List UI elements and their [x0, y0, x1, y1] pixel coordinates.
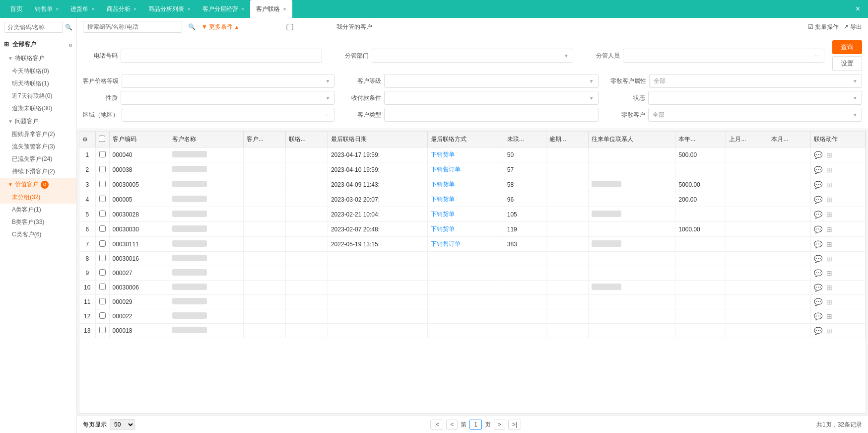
- grid-icon[interactable]: ⊞: [826, 284, 832, 291]
- row-checkbox[interactable]: [99, 284, 106, 290]
- search-input[interactable]: [83, 21, 182, 33]
- first-page-button[interactable]: |<: [430, 420, 443, 430]
- export-button[interactable]: ↗ 导出: [844, 23, 862, 31]
- grid-icon[interactable]: ⊞: [826, 211, 832, 218]
- close-icon[interactable]: ×: [241, 6, 244, 12]
- grid-icon[interactable]: ⊞: [826, 298, 832, 306]
- grid-icon[interactable]: ⊞: [826, 327, 832, 335]
- row-checkbox[interactable]: [99, 211, 106, 217]
- grid-icon[interactable]: ⊞: [826, 181, 832, 189]
- grid-icon[interactable]: ⊞: [826, 151, 832, 159]
- row-checkbox-cell[interactable]: [95, 147, 109, 162]
- sidebar-group-problem[interactable]: ▼ 问题客户: [0, 115, 76, 128]
- chat-icon[interactable]: 💬: [814, 298, 822, 306]
- sidebar-group-value[interactable]: ▼ 价值客户 ↺: [0, 178, 76, 191]
- chat-icon[interactable]: 💬: [814, 269, 822, 277]
- reset-button[interactable]: 设置: [832, 56, 862, 71]
- row-checkbox[interactable]: [99, 225, 106, 232]
- close-icon[interactable]: ×: [187, 6, 190, 12]
- close-icon[interactable]: ×: [134, 6, 136, 12]
- last-method-link[interactable]: 下销货单: [431, 211, 455, 217]
- price-level-select[interactable]: ▼: [122, 74, 334, 88]
- per-page-select[interactable]: 50 100 200: [110, 419, 135, 430]
- chat-icon[interactable]: 💬: [814, 284, 822, 291]
- row-checkbox[interactable]: [99, 327, 106, 333]
- row-checkbox[interactable]: [99, 269, 106, 276]
- row-checkbox[interactable]: [99, 166, 106, 172]
- my-customers-checkbox[interactable]: [245, 24, 334, 30]
- row-checkbox-cell[interactable]: [95, 237, 109, 252]
- sidebar-item-churned[interactable]: 已流失客户(24): [0, 153, 76, 165]
- sparse-attr-select[interactable]: 全部 ▼: [649, 74, 862, 88]
- sidebar-item-churn-warning[interactable]: 流失预警客户(3): [0, 141, 76, 153]
- sidebar-item-overdue[interactable]: 逾期未联络(30): [0, 102, 76, 115]
- row-checkbox-cell[interactable]: [95, 281, 109, 295]
- customer-type-input[interactable]: [384, 108, 598, 122]
- sidebar-item-today[interactable]: 今天待联络(0): [0, 65, 76, 77]
- sidebar-item-hoarding[interactable]: 囤购异常客户(2): [0, 128, 76, 141]
- chat-icon[interactable]: 💬: [814, 151, 822, 159]
- sidebar-item-class-c[interactable]: C类客户(6): [0, 228, 76, 241]
- select-all-checkbox[interactable]: [99, 136, 105, 142]
- row-checkbox[interactable]: [99, 196, 106, 202]
- sidebar-group-waiting[interactable]: ▼ 待联络客户: [0, 52, 76, 65]
- sidebar-item-class-a[interactable]: A类客户(1): [0, 204, 76, 216]
- chat-icon[interactable]: 💬: [814, 211, 822, 218]
- chat-icon[interactable]: 💬: [814, 240, 822, 248]
- nav-tab-purchase[interactable]: 进货单 ×: [65, 0, 100, 18]
- nav-home[interactable]: 首页: [4, 0, 29, 18]
- row-checkbox-cell[interactable]: [95, 324, 109, 338]
- row-checkbox-cell[interactable]: [95, 192, 109, 207]
- batch-operation-button[interactable]: ☑ 批量操作: [808, 23, 839, 31]
- nature-select[interactable]: ▼: [121, 91, 334, 105]
- th-checkbox[interactable]: [95, 132, 109, 147]
- close-icon[interactable]: ×: [91, 6, 94, 12]
- grid-icon[interactable]: ⊞: [826, 166, 832, 174]
- phone-input[interactable]: [121, 49, 322, 63]
- row-checkbox-cell[interactable]: [95, 207, 109, 222]
- chat-icon[interactable]: 💬: [814, 255, 822, 263]
- row-checkbox-cell[interactable]: [95, 177, 109, 192]
- person-input[interactable]: ···: [623, 49, 824, 63]
- grid-icon[interactable]: ⊞: [826, 312, 832, 320]
- status-select[interactable]: ▼: [648, 91, 862, 105]
- close-all-button[interactable]: ×: [852, 4, 864, 13]
- next-page-button[interactable]: >: [494, 420, 505, 430]
- prev-page-button[interactable]: <: [446, 420, 458, 430]
- my-customers-checkbox-label[interactable]: 我分管的客户: [245, 23, 372, 31]
- customer-level-select[interactable]: ▼: [384, 74, 598, 88]
- close-icon[interactable]: ×: [56, 6, 59, 12]
- last-method-link[interactable]: 下销货单: [431, 196, 455, 203]
- region-input[interactable]: ···: [122, 108, 334, 122]
- row-checkbox-cell[interactable]: [95, 309, 109, 324]
- chat-icon[interactable]: 💬: [814, 166, 822, 174]
- category-search-input[interactable]: [4, 22, 63, 33]
- row-checkbox-cell[interactable]: [95, 252, 109, 266]
- sidebar-item-7days[interactable]: 近7天待联络(0): [0, 90, 76, 102]
- row-checkbox-cell[interactable]: [95, 266, 109, 281]
- sparse-customer-select[interactable]: 全部 ▼: [648, 108, 862, 122]
- collapse-icon[interactable]: «: [68, 41, 72, 49]
- chat-icon[interactable]: 💬: [814, 312, 822, 320]
- sidebar-item-ungrouped[interactable]: 未分组(32): [0, 191, 76, 204]
- nav-tab-customer-tier[interactable]: 客户分层经营 ×: [197, 0, 250, 18]
- sidebar-item-tomorrow[interactable]: 明天待联络(1): [0, 77, 76, 90]
- last-method-link[interactable]: 下销货单: [431, 151, 455, 158]
- last-method-link[interactable]: 下销货单: [431, 181, 455, 188]
- nav-tab-sales[interactable]: 销售单 ×: [29, 0, 65, 18]
- query-button[interactable]: 查询: [832, 40, 862, 54]
- last-method-link[interactable]: 下销货单: [431, 225, 455, 232]
- last-page-button[interactable]: >|: [508, 420, 521, 430]
- nav-tab-product-analysis-list[interactable]: 商品分析列表 ×: [142, 0, 196, 18]
- row-checkbox[interactable]: [99, 312, 106, 319]
- row-checkbox[interactable]: [99, 255, 106, 261]
- more-conditions-button[interactable]: ▼ 更多条件 ▲: [201, 23, 239, 31]
- close-icon[interactable]: ×: [283, 6, 286, 12]
- grid-icon[interactable]: ⊞: [826, 255, 832, 263]
- row-checkbox-cell[interactable]: [95, 162, 109, 177]
- chat-icon[interactable]: 💬: [814, 181, 822, 189]
- nav-tab-product-analysis[interactable]: 商品分析 ×: [101, 0, 142, 18]
- search-icon[interactable]: 🔍: [65, 24, 72, 31]
- all-customers-header[interactable]: ⊞ 全部客户 «: [0, 37, 76, 52]
- grid-icon[interactable]: ⊞: [826, 269, 832, 277]
